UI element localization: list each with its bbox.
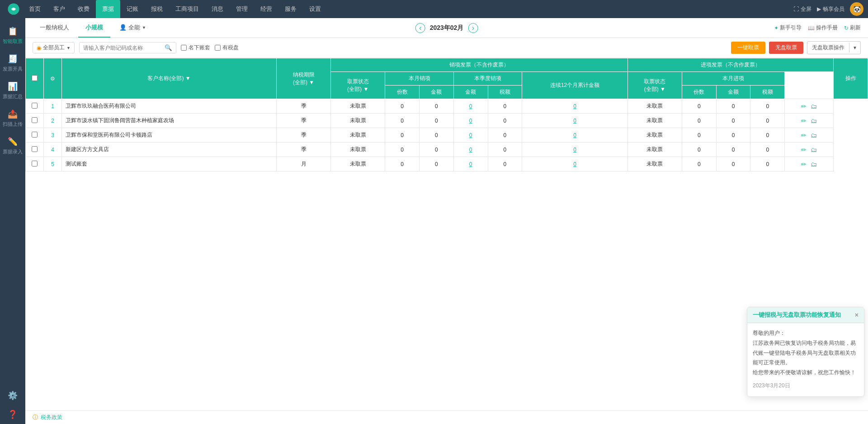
tab-all-icon: 👤 [119,24,127,31]
th-customer-name: 客户名称(全部) ▼ [62,58,277,99]
nav-settings[interactable]: 设置 [303,0,327,18]
edit-icon[interactable]: ✏ [801,103,807,110]
nav-operation[interactable]: 经营 [254,0,278,18]
edit-icon[interactable]: ✏ [801,117,807,124]
view-icon[interactable]: 🗂 [811,161,817,168]
th-month-purchase: 本月进项 [682,72,784,86]
sidebar-item-summary[interactable]: 📊 票据汇总 [0,77,25,105]
row-sales-quarter-amount: 0 [453,99,488,114]
nav-customer[interactable]: 客户 [47,0,71,18]
no-disk-ticket-btn[interactable]: 无盘取票 [769,42,803,54]
row-period: 月 [276,157,330,172]
row-checkbox[interactable] [32,161,38,167]
table-row: 1 卫辉市玖玖融合医药有限公司 季 未取票 0 0 0 0 0 未取票 0 0 … [26,99,868,114]
row-sales-quarter-tax: 0 [488,128,522,143]
tab-small-scale[interactable]: 小规模 [78,19,110,38]
th-purchase-invoice: 进项发票（不含作废票） [627,58,833,72]
notification-close-btn[interactable]: × [855,311,859,319]
entry-icon: ✏️ [8,137,18,147]
dropdown-arrow-icon: ▼ [849,43,860,52]
app-logo[interactable] [5,3,23,15]
filter-icon: ◉ [37,45,41,51]
row-checkbox[interactable] [32,146,38,152]
row-sales-quarter-tax: 0 [488,143,522,157]
nav-invoice[interactable]: 票据 [96,0,120,18]
date-next-btn[interactable]: › [468,23,478,33]
nav-message[interactable]: 消息 [205,0,230,18]
tax-policy-link[interactable]: 税务政策 [41,414,62,421]
settings-icon: ⚙️ [8,391,18,400]
has-tax-filter[interactable]: 有税盘 [215,44,239,52]
notif-greeting: 尊敬的用户： [753,329,859,338]
sidebar-item-smart-ticket[interactable]: 📋 智能取票 [0,22,25,49]
nav-tax[interactable]: 报税 [145,0,169,18]
row-purchase-month-count: 0 [682,143,716,157]
row-sales-month-count: 0 [385,114,420,128]
row-actions: ✏ 🗂 [785,157,834,172]
row-purchase-month-tax: 0 [750,99,785,114]
nav-fee[interactable]: 收费 [71,0,96,18]
nav-service[interactable]: 服务 [278,0,303,18]
row-purchase-month-amount: 0 [716,157,750,172]
summary-icon: 📊 [8,81,18,91]
search-input[interactable] [80,43,161,53]
select-all-checkbox[interactable] [32,75,38,81]
toolbar-actions: 一键取票 无盘取票 无盘取票操作 ▼ [731,41,861,54]
th-purchase-month-count: 份数 [682,86,716,99]
row-purchase-status: 未取票 [627,99,682,114]
row-sales-month-amount: 0 [420,128,454,143]
row-checkbox-cell [26,99,44,114]
row-sales-month-count: 0 [385,157,420,172]
nav-manage[interactable]: 管理 [230,0,254,18]
info-icon: ⓘ [33,414,38,421]
nav-home[interactable]: 首页 [23,0,47,18]
view-icon[interactable]: 🗂 [811,117,817,124]
row-purchase-month-tax: 0 [750,114,785,128]
th-purchase-month-tax: 税额 [750,86,785,99]
view-icon[interactable]: 🗂 [811,132,817,139]
th-purchase-status: 取票状态(全部) ▼ [627,72,682,99]
no-disk-ops-btn[interactable]: 无盘取票操作 ▼ [807,41,861,54]
has-tax-checkbox[interactable] [215,45,221,51]
view-icon[interactable]: 🗂 [811,146,817,153]
row-purchase-status: 未取票 [627,157,682,172]
row-no: 4 [44,143,62,157]
vip-btn[interactable]: ▶ 畅享会员 [817,5,844,13]
edit-icon[interactable]: ✏ [801,132,807,139]
fullscreen-btn[interactable]: ⛶ 全屏 [793,5,811,13]
notification-title: 一键报税与无盘取票功能恢复通知 [753,311,841,319]
edit-icon[interactable]: ✏ [801,146,807,153]
my-account-checkbox[interactable] [181,45,187,51]
view-icon[interactable]: 🗂 [811,103,817,110]
tab-all[interactable]: 👤 全能 ▼ [112,19,153,38]
sidebar-item-settings[interactable]: ⚙️ [0,386,25,405]
nav-accounting[interactable]: 记账 [120,0,145,18]
search-wrap: 🔍 [79,42,176,53]
refresh-btn[interactable]: ↻ 刷新 [844,24,861,32]
nav-business[interactable]: 工商项目 [169,0,205,18]
th-month-sales: 本月销项 [385,72,454,86]
th-12month: 连续12个月累计金额 [522,72,628,99]
sidebar-item-entry[interactable]: ✏️ 票据录入 [0,132,25,160]
row-no: 5 [44,157,62,172]
sidebar-item-invoice-open[interactable]: 🧾 发票开具 [0,49,25,77]
table-row: 3 卫辉市保和堂医药有限公司卡顿路店 季 未取票 0 0 0 0 0 未取票 0… [26,128,868,143]
sidebar-item-help[interactable]: ❓ [0,405,25,424]
my-account-filter[interactable]: 名下账套 [181,44,210,52]
date-prev-btn[interactable]: ‹ [415,23,425,33]
edit-icon[interactable]: ✏ [801,161,807,168]
manual-btn[interactable]: 📖 操作手册 [808,24,838,32]
row-checkbox[interactable] [32,132,38,138]
row-checkbox[interactable] [32,117,38,123]
avatar[interactable]: 🐼 [850,2,863,16]
employee-filter-select[interactable]: ◉ 全部员工 ▼ [33,42,75,53]
row-no: 3 [44,128,62,143]
row-checkbox[interactable] [32,103,38,109]
new-guide-btn[interactable]: ✦ 新手引导 [774,24,802,32]
tab-general-taxpayer[interactable]: 一般纳税人 [33,19,76,38]
search-button[interactable]: 🔍 [161,43,176,53]
one-click-ticket-btn[interactable]: 一键取票 [731,42,765,54]
row-purchase-status: 未取票 [627,114,682,128]
sidebar-item-scan[interactable]: 📤 扫描上传 [0,105,25,132]
row-checkbox-cell [26,157,44,172]
